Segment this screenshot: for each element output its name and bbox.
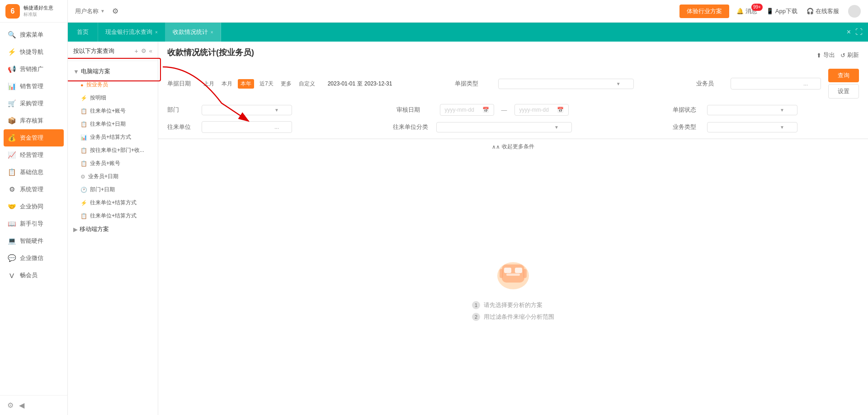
scheme-add-icon[interactable]: + bbox=[135, 47, 138, 55]
tree-item-partner-dept-collect[interactable]: 📋 按往来单位+部门+收... bbox=[68, 144, 158, 157]
empty-robot-icon bbox=[491, 249, 536, 294]
online-service-btn[interactable]: 🎧 在线客服 bbox=[807, 7, 839, 15]
tree-item-partner-date[interactable]: 📋 往来单位+日期 bbox=[68, 118, 158, 131]
window-maximize-icon[interactable]: ⛶ bbox=[855, 28, 863, 36]
app-logo-text: 畅捷通好生意 标准版 bbox=[24, 5, 53, 17]
mobile-group-arrow-icon: ▶ bbox=[73, 226, 78, 233]
sidebar-item-basic[interactable]: 📋 基础信息 bbox=[0, 164, 67, 181]
salesperson-select[interactable]: ... bbox=[731, 78, 821, 90]
review-date-end[interactable]: yyyy-mm-dd 📅 bbox=[514, 104, 569, 116]
svg-rect-5 bbox=[506, 274, 520, 276]
topbar-gear-icon[interactable]: ⚙ bbox=[112, 7, 118, 15]
partner-select[interactable]: ... bbox=[202, 121, 292, 133]
date-tabs: 上月 本月 本年 近7天 更多 自定义 bbox=[202, 79, 317, 89]
user-avatar[interactable] bbox=[848, 5, 861, 18]
topbar-user[interactable]: 用户名称 ▼ bbox=[75, 7, 105, 15]
tab-bank-flow-close[interactable]: × bbox=[155, 30, 158, 35]
marketing-icon: 📢 bbox=[7, 65, 16, 73]
voucher-type-chevron: ▼ bbox=[616, 81, 621, 86]
voucher-status-select[interactable]: ▼ bbox=[707, 105, 797, 115]
refresh-btn[interactable]: ↺ 刷新 bbox=[840, 51, 859, 59]
date-tab-this-year[interactable]: 本年 bbox=[238, 79, 254, 89]
svg-rect-7 bbox=[523, 269, 527, 278]
tree-group-mobile: ▶ 移动端方案 bbox=[68, 222, 158, 236]
topbar: 用户名称 ▼ ⚙ 体验行业方案 🔔 消息 99+ 📱 App下载 🎧 在线客服 bbox=[68, 0, 868, 23]
tree-item-dept-date[interactable]: 🕐 部门+日期 bbox=[68, 183, 158, 196]
date-label: 单据日期 bbox=[167, 80, 194, 88]
page-actions: ⬆ 导出 ↺ 刷新 bbox=[816, 51, 859, 59]
app-download-btn[interactable]: 📱 App下载 bbox=[766, 7, 797, 15]
voucher-type-label: 单据类型 bbox=[455, 80, 491, 88]
set-btn[interactable]: 设置 bbox=[828, 84, 859, 99]
filter-row-1: 单据日期 上月 本月 本年 近7天 更多 自定义 2023-01-01 至 20… bbox=[167, 69, 859, 99]
date-sep: — bbox=[501, 107, 507, 113]
date-tab-7days[interactable]: 近7天 bbox=[258, 79, 275, 89]
sidebar-item-wechat[interactable]: 💬 企业微信 bbox=[0, 250, 67, 267]
business-type-select[interactable]: ▼ bbox=[707, 122, 797, 132]
sidebar-item-finance[interactable]: 💰 资金管理 bbox=[4, 129, 64, 146]
purchase-icon: 🛒 bbox=[7, 99, 16, 108]
query-btn[interactable]: 查询 bbox=[828, 69, 859, 82]
tree-item-partner-account[interactable]: 📋 往来单位+账号 bbox=[68, 104, 158, 118]
messages-btn[interactable]: 🔔 消息 99+ bbox=[736, 7, 757, 15]
sidebar-item-inventory[interactable]: 📦 库存核算 bbox=[0, 112, 67, 129]
footer-collapse-icon[interactable]: ◀ bbox=[19, 401, 24, 410]
partner-label: 往来单位 bbox=[167, 123, 194, 131]
tree-item-by-salesperson[interactable]: ● 按业务员 bbox=[68, 78, 158, 91]
business-icon: 📈 bbox=[7, 151, 16, 159]
window-close-icon[interactable]: × bbox=[847, 28, 851, 36]
tab-home[interactable]: 首页 bbox=[68, 23, 98, 42]
tree-item-partner-settlement1[interactable]: ⚡ 往来单位+结算方式 bbox=[68, 196, 158, 209]
sidebar-item-purchase[interactable]: 🛒 采购管理 bbox=[0, 95, 67, 112]
scheme-collapse-icon[interactable]: « bbox=[149, 47, 152, 55]
sidebar-item-quicknav[interactable]: ⚡ 快捷导航 bbox=[0, 43, 67, 61]
footer-settings-icon[interactable]: ⚙ bbox=[7, 401, 14, 410]
tab-collection-stat[interactable]: 收款情况统计 × bbox=[165, 23, 221, 42]
date-tab-more[interactable]: 更多 bbox=[279, 79, 293, 89]
sidebar-item-business[interactable]: 📈 经营管理 bbox=[0, 146, 67, 164]
dept-label: 部门 bbox=[167, 106, 194, 114]
member-icon: V bbox=[7, 272, 16, 279]
scheme-header-icons: + ⚙ « bbox=[135, 47, 152, 55]
partner-cat-chevron: ▼ bbox=[554, 125, 559, 130]
content-area: 按以下方案查询 + ⚙ « ▼ 电脑端方案 ● 按业务员 bbox=[68, 42, 868, 415]
bell-icon: 🔔 bbox=[736, 8, 744, 14]
scheme-tree: ▼ 电脑端方案 ● 按业务员 ⚡ 按明细 📋 往来单位+账号 bbox=[68, 61, 158, 415]
sidebar-item-search[interactable]: 🔍 搜索菜单 bbox=[0, 26, 67, 43]
date-tab-custom[interactable]: 自定义 bbox=[297, 79, 317, 89]
sidebar-item-marketing[interactable]: 📢 营销推广 bbox=[0, 61, 67, 78]
dept-select[interactable]: ▼ bbox=[202, 105, 292, 115]
sidebar-item-collab[interactable]: 🤝 企业协同 bbox=[0, 198, 67, 215]
sidebar-item-sales[interactable]: 📊 销售管理 bbox=[0, 78, 67, 95]
tree-item-partner-settlement2[interactable]: 📋 往来单位+结算方式 bbox=[68, 209, 158, 222]
sidebar-item-system[interactable]: ⚙ 系统管理 bbox=[0, 181, 67, 198]
sidebar: 6 畅捷通好生意 标准版 🔍 搜索菜单 ⚡ 快捷导航 📢 营销推广 📊 销售管理… bbox=[0, 0, 68, 415]
tree-group-mobile-header[interactable]: ▶ 移动端方案 bbox=[68, 222, 158, 236]
date-tab-this-month[interactable]: 本月 bbox=[220, 79, 234, 89]
tree-item-salesperson-settlement[interactable]: 📊 业务员+结算方式 bbox=[68, 131, 158, 144]
tree-item-salesperson-date[interactable]: ⚙ 业务员+日期 bbox=[68, 170, 158, 183]
sidebar-footer: ⚙ ◀ bbox=[0, 395, 67, 415]
partner-category-select[interactable]: ▼ bbox=[436, 122, 572, 132]
tree-item-by-detail[interactable]: ⚡ 按明细 bbox=[68, 91, 158, 104]
sidebar-item-hardware[interactable]: 💻 智能硬件 bbox=[0, 232, 67, 250]
sidebar-item-member[interactable]: V 畅会员 bbox=[0, 267, 67, 284]
business-type-chevron: ▼ bbox=[780, 125, 784, 130]
date-tab-last-month[interactable]: 上月 bbox=[202, 79, 216, 89]
group-arrow-icon: ▼ bbox=[73, 68, 79, 75]
sidebar-item-guide[interactable]: 📖 新手引导 bbox=[0, 215, 67, 232]
review-date-start[interactable]: yyyy-mm-dd 📅 bbox=[440, 104, 494, 116]
sidebar-logo: 6 畅捷通好生意 标准版 bbox=[0, 0, 67, 23]
scheme-settings-icon[interactable]: ⚙ bbox=[141, 47, 146, 55]
export-btn[interactable]: ⬆ 导出 bbox=[816, 51, 835, 59]
tab-bank-flow[interactable]: 现金银行流水查询 × bbox=[98, 23, 165, 42]
sidebar-nav: 🔍 搜索菜单 ⚡ 快捷导航 📢 营销推广 📊 销售管理 🛒 采购管理 📦 库存核… bbox=[0, 23, 67, 395]
tab-collection-stat-close[interactable]: × bbox=[211, 30, 213, 35]
voucher-type-select[interactable]: ▼ bbox=[498, 79, 634, 89]
trial-btn[interactable]: 体验行业方案 bbox=[679, 5, 729, 18]
tree-item-salesperson-account[interactable]: 📋 业务员+账号 bbox=[68, 157, 158, 170]
tree-group-desktop-header[interactable]: ▼ 电脑端方案 bbox=[68, 65, 158, 78]
tree-group-desktop: ▼ 电脑端方案 ● 按业务员 ⚡ 按明细 📋 往来单位+账号 bbox=[68, 65, 158, 222]
download-icon: 📱 bbox=[766, 8, 774, 14]
collapse-bar[interactable]: ∧∧ 收起更多条件 bbox=[158, 139, 868, 154]
